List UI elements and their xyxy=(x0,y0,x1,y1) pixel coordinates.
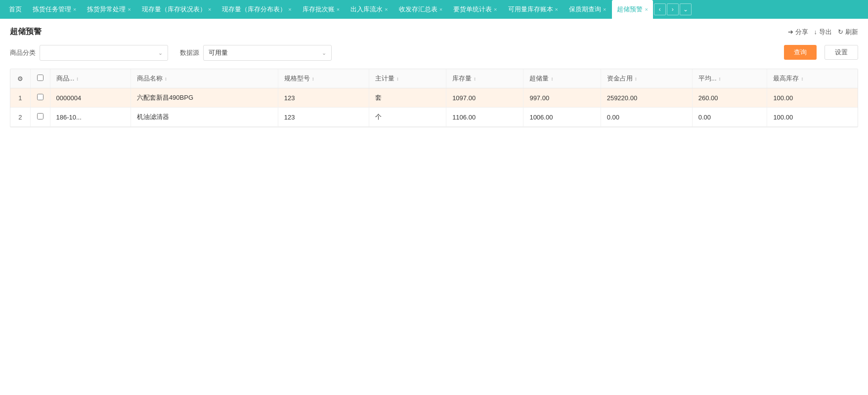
select-all-checkbox[interactable] xyxy=(37,75,43,81)
th-spec[interactable]: 规格型号 ↕ xyxy=(278,69,369,88)
sort-icon: ↕ xyxy=(719,76,721,81)
datasource-filter: 数据源 可用量 ⌄ xyxy=(180,45,332,61)
nav-tab-10[interactable]: 保质期查询 × xyxy=(564,0,611,19)
close-icon[interactable]: × xyxy=(208,6,211,12)
nav-tab-2[interactable]: 拣货异常处理 × xyxy=(82,0,135,19)
th-unit[interactable]: 主计量 ↕ xyxy=(369,69,446,88)
nav-tab-5[interactable]: 库存批次账 × xyxy=(298,0,345,19)
th-over-stock[interactable]: 超储量 ↕ xyxy=(523,69,601,88)
close-icon[interactable]: × xyxy=(439,6,442,12)
th-product-code[interactable]: 商品... ↕ xyxy=(50,69,130,88)
row-over-stock-2: 1006.00 xyxy=(523,108,601,127)
sort-icon: ↕ xyxy=(801,76,803,81)
sort-icon: ↕ xyxy=(165,76,167,81)
close-icon[interactable]: × xyxy=(555,6,558,12)
row-avg-1: 260.00 xyxy=(692,88,767,108)
row-capital-1: 259220.00 xyxy=(601,88,692,108)
nav-tab-3[interactable]: 现存量（库存状况表） × xyxy=(137,0,216,19)
row-product-name-2: 机油滤清器 xyxy=(130,108,278,127)
row-checkbox-2[interactable] xyxy=(30,108,50,127)
row-checkbox[interactable] xyxy=(37,94,43,100)
gear-icon[interactable]: ⚙ xyxy=(17,75,23,82)
row-unit-1: 套 xyxy=(369,88,446,108)
sort-icon: ↕ xyxy=(76,76,79,81)
nav-next-arrow[interactable]: › xyxy=(667,3,679,15)
row-stock-1: 1097.00 xyxy=(446,88,523,108)
row-avg-2: 0.00 xyxy=(692,108,767,127)
close-icon[interactable]: × xyxy=(645,6,648,12)
data-table: ⚙ 商品... ↕ 商品名称 ↕ xyxy=(10,69,858,127)
close-icon[interactable]: × xyxy=(128,6,130,12)
category-select[interactable]: ⌄ xyxy=(40,45,168,61)
category-label: 商品分类 xyxy=(10,48,36,57)
share-button[interactable]: ➔ 分享 xyxy=(788,28,808,37)
nav-tab-1[interactable]: 拣货任务管理 × xyxy=(28,0,81,19)
export-button[interactable]: ↓ 导出 xyxy=(814,28,832,37)
close-icon[interactable]: × xyxy=(73,6,76,12)
row-capital-2: 0.00 xyxy=(601,108,692,127)
row-max-stock-2: 100.00 xyxy=(767,108,858,127)
th-capital[interactable]: 资金占用 ↕ xyxy=(601,69,692,88)
close-icon[interactable]: × xyxy=(288,6,291,12)
refresh-button[interactable]: ↻ 刷新 xyxy=(838,28,858,37)
nav-tab-6[interactable]: 出入库流水 × xyxy=(346,0,392,19)
th-product-name[interactable]: 商品名称 ↕ xyxy=(130,69,278,88)
page-title: 超储预警 xyxy=(10,27,42,37)
row-product-code-2: 186-10... xyxy=(50,108,130,127)
row-num-2: 2 xyxy=(10,108,30,127)
row-checkbox-1[interactable] xyxy=(30,88,50,108)
close-icon[interactable]: × xyxy=(337,6,340,12)
sort-icon: ↕ xyxy=(312,76,314,81)
nav-tab-8[interactable]: 要货单统计表 × xyxy=(448,0,502,19)
chevron-down-icon: ⌄ xyxy=(322,50,326,56)
datasource-label: 数据源 xyxy=(180,48,199,57)
export-icon: ↓ xyxy=(814,28,818,36)
close-icon[interactable]: × xyxy=(603,6,606,12)
sort-icon: ↕ xyxy=(474,76,476,81)
data-table-wrapper: ⚙ 商品... ↕ 商品名称 ↕ xyxy=(10,69,858,127)
nav-bar: 首页 拣货任务管理 × 拣货异常处理 × 现存量（库存状况表） × 现存量（库存… xyxy=(0,0,868,19)
filter-area: 商品分类 ⌄ 数据源 可用量 ⌄ 查询 设置 xyxy=(10,45,858,61)
nav-prev-arrow[interactable]: ‹ xyxy=(654,3,666,15)
datasource-select[interactable]: 可用量 ⌄ xyxy=(203,45,332,61)
page-container: 超储预警 ➔ 分享 ↓ 导出 ↻ 刷新 商品分类 ⌄ 数据源 xyxy=(0,19,868,395)
sort-icon: ↕ xyxy=(551,76,553,81)
nav-tab-4[interactable]: 现存量（库存分布表） × xyxy=(217,0,296,19)
close-icon[interactable]: × xyxy=(385,6,388,12)
nav-tab-7[interactable]: 收发存汇总表 × xyxy=(394,0,447,19)
th-stock[interactable]: 库存量 ↕ xyxy=(446,69,523,88)
row-checkbox[interactable] xyxy=(37,113,43,119)
row-product-code-1: 0000004 xyxy=(50,88,130,108)
share-icon: ➔ xyxy=(788,28,793,36)
page-header: 超储预警 ➔ 分享 ↓ 导出 ↻ 刷新 xyxy=(10,27,858,37)
nav-tab-active[interactable]: 超储预警 × xyxy=(612,0,652,19)
row-over-stock-1: 997.00 xyxy=(523,88,601,108)
query-button[interactable]: 查询 xyxy=(784,45,817,60)
nav-tab-9[interactable]: 可用量库存账本 × xyxy=(503,0,563,19)
row-spec-1: 123 xyxy=(278,88,369,108)
row-product-name-1: 六配套新昌490BPG xyxy=(130,88,278,108)
row-max-stock-1: 100.00 xyxy=(767,88,858,108)
row-spec-2: 123 xyxy=(278,108,369,127)
th-avg[interactable]: 平均... ↕ xyxy=(692,69,767,88)
header-actions: ➔ 分享 ↓ 导出 ↻ 刷新 xyxy=(788,28,859,37)
th-settings: ⚙ xyxy=(10,69,30,88)
sort-icon: ↕ xyxy=(635,76,637,81)
th-checkbox xyxy=(30,69,50,88)
row-unit-2: 个 xyxy=(369,108,446,127)
settings-button[interactable]: 设置 xyxy=(825,45,858,60)
row-stock-2: 1106.00 xyxy=(446,108,523,127)
table-row: 2 186-10... 机油滤清器 123 个 1106.00 1006.00 … xyxy=(10,108,858,127)
datasource-select-value: 可用量 xyxy=(209,48,228,57)
th-max-stock[interactable]: 最高库存 ↕ xyxy=(767,69,858,88)
filter-buttons: 查询 设置 xyxy=(784,45,858,60)
chevron-down-icon: ⌄ xyxy=(158,50,163,56)
row-num-1: 1 xyxy=(10,88,30,108)
nav-menu-arrow[interactable]: ⌄ xyxy=(680,3,692,15)
close-icon[interactable]: × xyxy=(494,6,497,12)
sort-icon: ↕ xyxy=(396,76,399,81)
category-filter: 商品分类 ⌄ xyxy=(10,45,168,61)
nav-home[interactable]: 首页 xyxy=(4,0,27,19)
refresh-icon: ↻ xyxy=(838,28,843,36)
table-row: 1 0000004 六配套新昌490BPG 123 套 1097.00 997.… xyxy=(10,88,858,108)
